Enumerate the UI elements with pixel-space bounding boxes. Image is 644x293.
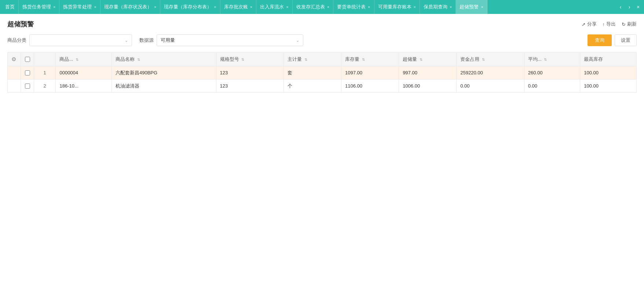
table-header-capital[interactable]: 资金占用 ⇅ [457, 52, 524, 66]
nav-tab-quality-close[interactable]: × [450, 5, 452, 9]
nav-tab-quality-label: 保质期查询 [424, 4, 447, 10]
datasource-label: 数据源 [139, 37, 154, 44]
table-row: 1 0000004 六配套新昌490BPG 123 套 1097.00 997.… [8, 66, 637, 79]
row1-overstock: 997.00 [399, 66, 457, 79]
row1-product-name: 六配套新昌490BPG [111, 66, 216, 79]
table-header-overstock[interactable]: 超储量 ⇅ [399, 52, 457, 66]
page-title: 超储预警 [7, 20, 34, 29]
share-button[interactable]: ➚ 分享 [582, 21, 597, 27]
filter-actions: 查询 设置 [588, 34, 637, 46]
row2-stock: 1106.00 [341, 79, 399, 93]
refresh-button[interactable]: ↻ 刷新 [622, 21, 637, 27]
category-label: 商品分类 [7, 37, 26, 44]
nav-tab-stock-status[interactable]: 现存量（库存状况表） × [100, 0, 160, 14]
nav-tab-stock-dist[interactable]: 现存量（库存分布表） × [160, 0, 220, 14]
row1-product-code: 0000004 [56, 66, 112, 79]
share-label: 分享 [587, 21, 597, 27]
share-icon: ➚ [582, 22, 586, 27]
row2-product-code: 186-10... [56, 79, 112, 93]
datasource-select[interactable]: 可用量 ⌄ [157, 34, 303, 46]
row2-checkbox[interactable] [25, 84, 30, 89]
row1-unit: 套 [283, 66, 341, 79]
nav-tab-batch[interactable]: 库存批次账 × [220, 0, 256, 14]
top-navigation: 首页 拣货任务管理 × 拣货异常处理 × 现存量（库存状况表） × 现存量（库存… [0, 0, 644, 14]
row1-spec: 123 [216, 66, 283, 79]
header-actions: ➚ 分享 ↑ 导出 ↻ 刷新 [582, 21, 637, 27]
nav-tab-abnormal-close[interactable]: × [94, 5, 96, 9]
row2-unit: 个 [283, 79, 341, 93]
row2-max-stock: 100.00 [580, 79, 637, 93]
table-header-unit[interactable]: 主计量 ⇅ [283, 52, 341, 66]
table-header-row-num [34, 52, 56, 66]
export-button[interactable]: ↑ 导出 [603, 21, 616, 27]
data-table: ⚙ 商品... ⇅ 商品名称 ⇅ 规格型号 ⇅ [7, 52, 637, 93]
row1-checkbox-cell [21, 66, 34, 79]
nav-tab-order-stat-close[interactable]: × [368, 5, 370, 9]
table-header-max-stock[interactable]: 最高库存 [580, 52, 637, 66]
nav-tab-collect-close[interactable]: × [327, 5, 329, 9]
nav-tab-batch-label: 库存批次账 [224, 4, 248, 10]
nav-tab-avail-stock-label: 可用量库存账本 [378, 4, 411, 10]
nav-tab-order-stat-label: 要货单统计表 [337, 4, 366, 10]
nav-tab-task-mgmt-close[interactable]: × [53, 5, 55, 9]
category-select[interactable]: ⌄ [29, 34, 132, 46]
select-all-checkbox[interactable] [25, 57, 30, 62]
nav-tab-collect[interactable]: 收发存汇总表 × [293, 0, 333, 14]
row2-num: 2 [34, 79, 56, 93]
nav-tab-inout[interactable]: 出入库流水 × [256, 0, 292, 14]
table-header-product-name[interactable]: 商品名称 ⇅ [111, 52, 216, 66]
row2-overstock: 1006.00 [399, 79, 457, 93]
table-row: 2 186-10... 机油滤清器 123 个 1106.00 1006.00 … [8, 79, 637, 93]
nav-arrows: ‹ › × [616, 0, 643, 14]
nav-tab-batch-close[interactable]: × [250, 5, 252, 9]
table-header-spec[interactable]: 规格型号 ⇅ [216, 52, 283, 66]
refresh-icon: ↻ [622, 22, 626, 27]
nav-tab-task-mgmt-label: 拣货任务管理 [22, 4, 51, 10]
page-content: 超储预警 ➚ 分享 ↑ 导出 ↻ 刷新 商品分类 ⌄ 数据源 [0, 14, 644, 99]
sort-icon-capital: ⇅ [482, 58, 485, 62]
filter-row: 商品分类 ⌄ 数据源 可用量 ⌄ 查询 设置 [7, 34, 637, 46]
table-header-product-code[interactable]: 商品... ⇅ [56, 52, 112, 66]
nav-more-button[interactable]: × [634, 0, 643, 14]
row1-capital: 259220.00 [457, 66, 524, 79]
settings-button[interactable]: 设置 [615, 34, 637, 46]
nav-tab-abnormal[interactable]: 拣货异常处理 × [59, 0, 100, 14]
row1-num: 1 [34, 66, 56, 79]
row2-checkbox-cell [21, 79, 34, 93]
row2-product-name: 机油滤清器 [111, 79, 216, 93]
table-header-avg[interactable]: 平均... ⇅ [524, 52, 580, 66]
datasource-chevron-down-icon: ⌄ [296, 38, 299, 43]
datasource-value: 可用量 [161, 37, 175, 44]
sort-icon-overstock: ⇅ [420, 58, 422, 62]
nav-tab-task-mgmt[interactable]: 拣货任务管理 × [19, 0, 59, 14]
nav-tab-order-stat[interactable]: 要货单统计表 × [333, 0, 374, 14]
sort-icon-spec: ⇅ [241, 58, 244, 62]
gear-icon[interactable]: ⚙ [11, 56, 16, 62]
nav-tab-inout-close[interactable]: × [286, 5, 288, 9]
nav-tab-collect-label: 收发存汇总表 [296, 4, 325, 10]
nav-tab-quality[interactable]: 保质期查询 × [420, 0, 456, 14]
nav-tab-overstock-label: 超储预警 [460, 4, 479, 10]
table-header-checkbox [21, 52, 34, 66]
nav-tab-avail-stock[interactable]: 可用量库存账本 × [374, 0, 420, 14]
sort-icon-product-code: ⇅ [76, 58, 78, 62]
table-header-stock[interactable]: 库存量 ⇅ [341, 52, 399, 66]
row2-avg: 0.00 [524, 79, 580, 93]
nav-tab-home[interactable]: 首页 [1, 0, 19, 14]
table-body: 1 0000004 六配套新昌490BPG 123 套 1097.00 997.… [8, 66, 637, 93]
row1-settings-cell [8, 66, 21, 79]
nav-tab-stock-dist-close[interactable]: × [214, 5, 216, 9]
nav-next-button[interactable]: › [625, 0, 634, 14]
nav-tab-overstock-close[interactable]: × [481, 5, 483, 9]
table-header: ⚙ 商品... ⇅ 商品名称 ⇅ 规格型号 ⇅ [8, 52, 637, 66]
nav-tab-overstock[interactable]: 超储预警 × [456, 0, 487, 14]
row1-checkbox[interactable] [25, 70, 30, 75]
nav-tab-stock-status-label: 现存量（库存状况表） [104, 4, 152, 10]
nav-tab-abnormal-label: 拣货异常处理 [63, 4, 92, 10]
row2-spec: 123 [216, 79, 283, 93]
query-button[interactable]: 查询 [588, 34, 612, 46]
row1-avg: 260.00 [524, 66, 580, 79]
nav-tab-avail-stock-close[interactable]: × [414, 5, 416, 9]
nav-prev-button[interactable]: ‹ [616, 0, 625, 14]
nav-tab-stock-status-close[interactable]: × [154, 5, 156, 9]
